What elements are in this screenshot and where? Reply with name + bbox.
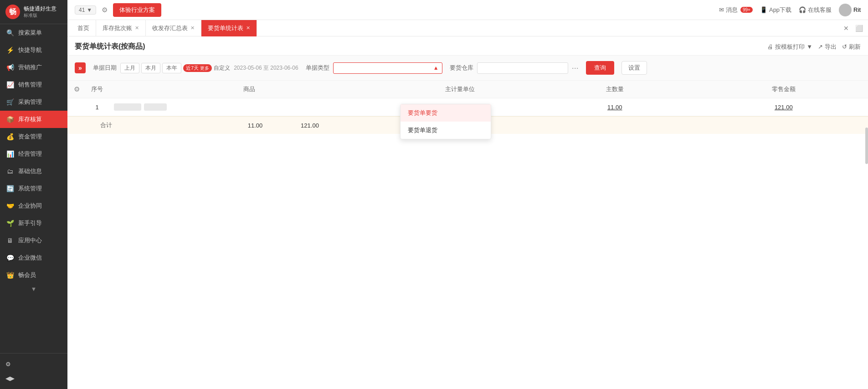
- last-month-btn[interactable]: 上月: [120, 63, 139, 73]
- amount-link[interactable]: 121.00: [775, 104, 793, 111]
- custom-date-btn[interactable]: 自定义: [214, 64, 230, 72]
- scroll-indicator: [865, 128, 868, 164]
- recent-7days-label: 近7天: [186, 65, 199, 71]
- message-icon: ✉: [719, 6, 724, 13]
- type-filter-input[interactable]: [333, 62, 442, 74]
- sidebar-item-quick-nav[interactable]: ⚡ 快捷导航: [0, 41, 67, 59]
- column-settings-icon[interactable]: ⚙: [74, 85, 80, 93]
- query-btn[interactable]: 查询: [586, 61, 614, 75]
- this-month-btn[interactable]: 本月: [141, 63, 160, 73]
- dropdown-item-requisition-order[interactable]: 要货单要货: [401, 104, 491, 122]
- tab-stock-batch[interactable]: 库存批次账 ✕: [96, 20, 146, 36]
- warehouse-filter-input[interactable]: [477, 62, 568, 74]
- filter-expand-btn[interactable]: »: [75, 62, 86, 73]
- refresh-btn[interactable]: ↺ 刷新: [842, 43, 861, 51]
- tabbar: 首页 库存批次账 ✕ 收发存汇总表 ✕ 要货单统计表 ✕ ✕ ⬜: [67, 20, 868, 36]
- sidebar-item-label-enterprise: 企业协同: [18, 202, 42, 210]
- tab-collection-summary[interactable]: 收发存汇总表 ✕: [146, 20, 201, 36]
- close-all-tabs-btn[interactable]: ✕: [841, 23, 852, 34]
- export-btn[interactable]: ↗ 导出: [818, 43, 837, 51]
- sidebar-bottom-settings[interactable]: ⚙: [0, 357, 67, 371]
- tab-collection-label: 收发存汇总表: [152, 24, 188, 32]
- sidebar-item-system[interactable]: 🔄 系统管理: [0, 180, 67, 197]
- app-download-btn[interactable]: 📱 App下载: [760, 6, 791, 14]
- dropdown-item-requisition-return[interactable]: 要货单退货: [401, 122, 491, 139]
- sidebar-item-label-sales: 销售管理: [18, 81, 42, 89]
- sidebar-item-operations[interactable]: 📊 经营管理: [0, 145, 67, 163]
- col-header-settings[interactable]: ⚙: [67, 81, 86, 98]
- system-icon: 🔄: [5, 185, 15, 192]
- sidebar-item-label-operations: 经营管理: [18, 150, 42, 158]
- app-logo-icon: 畅: [5, 5, 20, 19]
- main-area: 41 ▼ ⚙ 体验行业方案 ✉ 消息 99+ 📱 App下载 🎧 在线客服 R: [67, 0, 868, 389]
- print-chevron-icon: ▼: [806, 43, 812, 50]
- sidebar-item-search[interactable]: 🔍 搜索菜单: [0, 24, 67, 41]
- date-range-display: 2023-05-06 至 2023-06-06: [234, 64, 298, 72]
- print-btn[interactable]: 🖨 按模板打印 ▼: [767, 43, 812, 51]
- tab-requisition-summary[interactable]: 要货单统计表 ✕: [201, 20, 257, 36]
- sidebar-item-finance[interactable]: 💰 资金管理: [0, 128, 67, 145]
- sidebar-item-label-marketing: 营销推广: [18, 63, 42, 72]
- app-name: 畅捷通好生意: [24, 5, 56, 13]
- tab-requisition-close[interactable]: ✕: [246, 25, 250, 31]
- purchase-icon: 🛒: [5, 98, 15, 106]
- type-input-wrapper: ▲: [333, 62, 442, 74]
- page-title: 要货单统计表(按商品): [75, 42, 145, 51]
- sidebar-scroll-down[interactable]: ▼: [0, 284, 67, 294]
- sidebar-item-wechat[interactable]: 💬 企业微信: [0, 249, 67, 266]
- more-filter-btn[interactable]: ···: [572, 64, 579, 72]
- message-badge: 99+: [740, 7, 753, 13]
- topbar-left: 41 ▼ ⚙ 体验行业方案: [75, 3, 161, 17]
- date-filter-btns: 上月 本月 本年 近7天 更多 自定义: [120, 63, 230, 73]
- refresh-icon: ↺: [842, 43, 847, 50]
- sidebar-item-purchase[interactable]: 🛒 采购管理: [0, 93, 67, 111]
- sidebar-item-basic-info[interactable]: 🗂 基础信息: [0, 163, 67, 180]
- col-header-unit: 主计量单位: [390, 81, 530, 98]
- table-header-row: ⚙ 序号 商品 主计量单位 主数量 零售金额: [67, 81, 868, 98]
- qty-link[interactable]: 11.00: [607, 104, 622, 111]
- type-dropdown-menu[interactable]: 要货单要货要货单退货: [400, 104, 491, 139]
- settings-btn[interactable]: 设置: [621, 61, 647, 75]
- sidebar-item-sales[interactable]: 📈 销售管理: [0, 76, 67, 93]
- warehouse-filter-group: 要货仓库 ···: [450, 62, 579, 74]
- message-btn[interactable]: ✉ 消息 99+: [719, 6, 753, 14]
- sidebar-logo: 畅 畅捷通好生意 标准版: [0, 0, 67, 24]
- sidebar-bottom-collapse[interactable]: ◀▶: [0, 371, 67, 385]
- topbar-right: ✉ 消息 99+ 📱 App下载 🎧 在线客服 Rit: [719, 4, 861, 16]
- row-amount-0: 121.00: [699, 98, 868, 116]
- row-index-0: 1: [86, 98, 108, 116]
- trial-btn[interactable]: 体验行业方案: [113, 3, 161, 17]
- sidebar-item-label-finance: 资金管理: [18, 133, 42, 141]
- sidebar-item-label-guide: 新手引导: [18, 219, 42, 227]
- sidebar-item-member[interactable]: 👑 畅会员: [0, 266, 67, 284]
- sidebar-item-enterprise[interactable]: 🤝 企业协同: [0, 197, 67, 215]
- warehouse-input-wrapper: [477, 62, 568, 74]
- sidebar-item-label-wechat: 企业微信: [18, 254, 42, 262]
- tab-collection-close[interactable]: ✕: [190, 25, 195, 31]
- recent-7days-badge[interactable]: 近7天 更多: [183, 64, 212, 72]
- sidebar-item-app-center[interactable]: 🖥 应用中心: [0, 232, 67, 249]
- this-year-btn[interactable]: 本年: [162, 63, 181, 73]
- version-selector[interactable]: 41 ▼: [75, 5, 96, 15]
- tab-requisition-label: 要货单统计表: [208, 24, 243, 32]
- settings-icon: ⚙: [5, 361, 11, 368]
- footer-total-label: 合计: [73, 121, 228, 129]
- sidebar-item-label-search: 搜索菜单: [18, 29, 42, 37]
- version-chevron-icon: ▼: [87, 7, 92, 13]
- date-filter-label: 单据日期: [93, 64, 117, 72]
- settings-gear-icon[interactable]: ⚙: [102, 6, 108, 14]
- sidebar-item-label-basic-info: 基础信息: [18, 167, 42, 175]
- app-download-label: App下载: [769, 6, 791, 14]
- online-service-btn[interactable]: 🎧 在线客服: [799, 6, 832, 14]
- tab-home[interactable]: 首页: [71, 20, 96, 36]
- restore-tab-btn[interactable]: ⬜: [853, 23, 864, 34]
- user-area[interactable]: Rit: [839, 4, 861, 16]
- product-name-placeholder2: [144, 103, 167, 111]
- sidebar-item-marketing[interactable]: 📢 营销推广: [0, 59, 67, 76]
- search-icon: 🔍: [5, 29, 15, 36]
- tab-stock-batch-close[interactable]: ✕: [135, 25, 139, 31]
- sidebar-item-label-purchase: 采购管理: [18, 98, 42, 106]
- print-icon: 🖨: [767, 43, 773, 50]
- sidebar-item-guide[interactable]: 🌱 新手引导: [0, 215, 67, 232]
- sidebar-item-inventory[interactable]: 📦 库存核算: [0, 111, 67, 128]
